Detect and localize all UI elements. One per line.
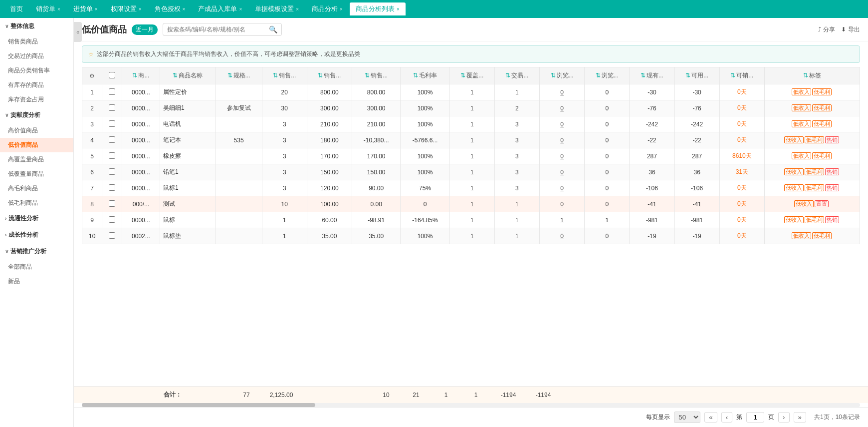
row-name[interactable]: 测试 bbox=[160, 196, 216, 212]
row-view1[interactable]: 0 bbox=[540, 100, 585, 116]
col-header-coverage[interactable]: ⇅覆盖... bbox=[449, 67, 494, 84]
sidebar-item-高毛利商品[interactable]: 高毛利商品 bbox=[0, 181, 73, 196]
row-view1[interactable]: 0 bbox=[540, 132, 585, 148]
row-select-checkbox[interactable] bbox=[109, 168, 115, 175]
sidebar-group-整体信息[interactable]: ∨整体信息 bbox=[0, 18, 73, 34]
col-header-sale_amt[interactable]: ⇅销售... bbox=[307, 67, 352, 84]
row-view1[interactable]: 0 bbox=[540, 164, 585, 180]
row-select-checkbox[interactable] bbox=[109, 200, 115, 207]
row-select-checkbox[interactable] bbox=[109, 120, 115, 127]
sidebar-group-营销推广分析[interactable]: ∨营销推广分析 bbox=[0, 243, 73, 260]
nav-close-icon[interactable]: × bbox=[239, 6, 242, 12]
time-filter-badge[interactable]: 近一月 bbox=[132, 24, 158, 35]
col-header-saleable[interactable]: ⇅可销... bbox=[719, 67, 764, 84]
view1-link[interactable]: 0 bbox=[560, 89, 564, 96]
row-view1[interactable]: 0 bbox=[540, 228, 585, 244]
nav-item-产成品入库单[interactable]: 产成品入库单× bbox=[192, 2, 248, 15]
sidebar-item-商品分类销售率[interactable]: 商品分类销售率 bbox=[0, 63, 73, 78]
sidebar-group-成长性分析[interactable]: ›成长性分析 bbox=[0, 227, 73, 243]
col-header-view1[interactable]: ⇅浏览... bbox=[540, 67, 585, 84]
scrollbar-thumb[interactable] bbox=[82, 403, 315, 407]
row-checkbox[interactable] bbox=[102, 84, 122, 100]
row-name[interactable]: 鼠标 bbox=[160, 212, 216, 228]
page-input[interactable] bbox=[746, 412, 764, 423]
row-select-checkbox[interactable] bbox=[109, 104, 115, 111]
view1-link[interactable]: 0 bbox=[560, 105, 564, 112]
nav-item-角色授权[interactable]: 角色授权× bbox=[149, 2, 192, 15]
row-view1[interactable]: 0 bbox=[540, 148, 585, 164]
col-header-sale_price[interactable]: ⇅销售... bbox=[352, 67, 401, 84]
row-name[interactable]: 电话机 bbox=[160, 116, 216, 132]
row-view1[interactable]: 0 bbox=[540, 116, 585, 132]
nav-close-icon[interactable]: × bbox=[95, 6, 98, 12]
row-checkbox[interactable] bbox=[102, 196, 122, 212]
sidebar-group-贡献度分析[interactable]: ∨贡献度分析 bbox=[0, 107, 73, 123]
row-name[interactable]: 属性定价 bbox=[160, 84, 216, 100]
view1-link[interactable]: 0 bbox=[560, 201, 564, 208]
nav-close-icon[interactable]: × bbox=[183, 6, 186, 12]
per-page-select[interactable]: 5020100 bbox=[674, 412, 700, 423]
nav-close-icon[interactable]: × bbox=[139, 6, 142, 12]
sidebar-item-低覆盖量商品[interactable]: 低覆盖量商品 bbox=[0, 167, 73, 181]
row-view1[interactable]: 0 bbox=[540, 180, 585, 196]
sidebar-item-全部商品[interactable]: 全部商品 bbox=[0, 260, 73, 274]
search-input[interactable] bbox=[167, 26, 267, 33]
col-header-spec[interactable]: ⇅规格... bbox=[216, 67, 262, 84]
view1-link[interactable]: 0 bbox=[560, 169, 564, 176]
view1-link[interactable]: 0 bbox=[560, 121, 564, 128]
col-header-available[interactable]: ⇅可用... bbox=[674, 67, 719, 84]
sidebar-item-高覆盖量商品[interactable]: 高覆盖量商品 bbox=[0, 152, 73, 167]
col-header-trade[interactable]: ⇅交易... bbox=[494, 67, 539, 84]
nav-item-销货单[interactable]: 销货单× bbox=[30, 2, 66, 15]
sidebar-group-流通性分析[interactable]: ›流通性分析 bbox=[0, 210, 73, 227]
col-header-name[interactable]: ⇅商品名称 bbox=[160, 67, 216, 84]
row-name[interactable]: 笔记本 bbox=[160, 132, 216, 148]
row-select-checkbox[interactable] bbox=[109, 184, 115, 191]
sidebar-item-低价值商品[interactable]: 低价值商品 bbox=[0, 138, 73, 152]
next-page-btn[interactable]: › bbox=[778, 412, 789, 423]
row-checkbox[interactable] bbox=[102, 132, 122, 148]
col-header-margin[interactable]: ⇅毛利率 bbox=[401, 67, 449, 84]
nav-item-权限设置[interactable]: 权限设置× bbox=[105, 2, 148, 15]
nav-item-进货单[interactable]: 进货单× bbox=[67, 2, 104, 15]
sidebar-item-库存资金占用[interactable]: 库存资金占用 bbox=[0, 92, 73, 107]
export-button[interactable]: ⬇ 导出 bbox=[841, 25, 860, 34]
horizontal-scrollbar[interactable] bbox=[82, 403, 860, 407]
nav-close-icon[interactable]: × bbox=[340, 6, 343, 12]
row-name[interactable]: 吴细细1 bbox=[160, 100, 216, 116]
sidebar-collapse-btn[interactable]: « bbox=[74, 22, 82, 42]
search-icon[interactable]: 🔍 bbox=[269, 25, 277, 33]
row-name[interactable]: 鼠标垫 bbox=[160, 228, 216, 244]
row-select-checkbox[interactable] bbox=[109, 88, 115, 95]
sidebar-item-有库存的商品[interactable]: 有库存的商品 bbox=[0, 78, 73, 92]
nav-item-商品分析列表[interactable]: 商品分析列表× bbox=[350, 2, 406, 15]
nav-item-单据模板设置[interactable]: 单据模板设置× bbox=[249, 2, 305, 15]
view1-link[interactable]: 0 bbox=[560, 233, 564, 240]
view1-link[interactable]: 0 bbox=[560, 185, 564, 192]
sidebar-item-交易过的商品[interactable]: 交易过的商品 bbox=[0, 49, 73, 63]
row-checkbox[interactable] bbox=[102, 228, 122, 244]
nav-close-icon[interactable]: × bbox=[296, 6, 299, 12]
share-button[interactable]: ⤴ 分享 bbox=[818, 25, 835, 34]
row-view1[interactable]: 0 bbox=[540, 196, 585, 212]
gear-icon[interactable]: ⚙ bbox=[89, 72, 95, 79]
col-header-tags[interactable]: ⇅标签 bbox=[764, 67, 860, 84]
sidebar-item-销售类商品[interactable]: 销售类商品 bbox=[0, 34, 73, 49]
row-checkbox[interactable] bbox=[102, 148, 122, 164]
col-header-code[interactable]: ⇅商... bbox=[122, 67, 160, 84]
last-page-btn[interactable]: » bbox=[794, 412, 806, 423]
view1-link[interactable]: 1 bbox=[560, 217, 564, 224]
row-checkbox[interactable] bbox=[102, 180, 122, 196]
col-header-check[interactable] bbox=[102, 67, 122, 84]
row-name[interactable]: 橡皮擦 bbox=[160, 148, 216, 164]
col-header-sale_qty[interactable]: ⇅销售... bbox=[262, 67, 307, 84]
row-checkbox[interactable] bbox=[102, 212, 122, 228]
row-select-checkbox[interactable] bbox=[109, 152, 115, 159]
sidebar-item-新品[interactable]: 新品 bbox=[0, 274, 73, 289]
row-name[interactable]: 鼠标1 bbox=[160, 180, 216, 196]
select-all-checkbox[interactable] bbox=[109, 72, 115, 78]
col-header-gear[interactable]: ⚙ bbox=[82, 67, 102, 84]
row-select-checkbox[interactable] bbox=[109, 232, 115, 239]
nav-item-首页[interactable]: 首页 bbox=[4, 2, 29, 15]
first-page-btn[interactable]: « bbox=[704, 412, 717, 423]
